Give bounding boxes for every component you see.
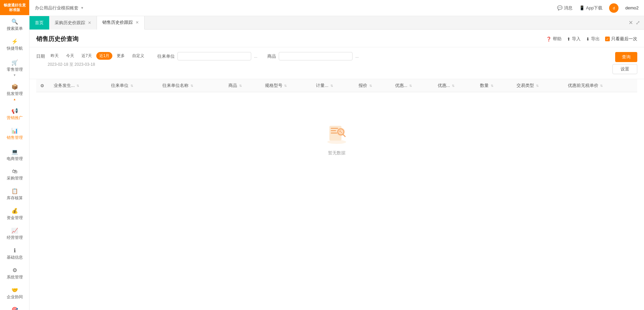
only-last-wrapper[interactable]: 只看最后一次	[605, 36, 637, 42]
sort-spec-icon: ⇅	[284, 84, 287, 88]
date-btn-1month[interactable]: 近1月	[96, 52, 113, 60]
date-btn-custom[interactable]: 自定义	[129, 52, 147, 60]
col-discount1[interactable]: 优惠... ⇅	[391, 79, 434, 92]
sidebar-item-operations[interactable]: 📈 经营管理	[0, 224, 29, 244]
sort-partner-code-icon: ⇅	[130, 84, 133, 88]
col-quantity-label: 数量	[480, 83, 489, 88]
sidebar-item-system[interactable]: ⚙ 系统管理	[0, 264, 29, 283]
sidebar-item-basic-info[interactable]: ℹ 基础信息	[0, 244, 29, 264]
tab-purchase-history[interactable]: 采购历史价跟踪 ✕	[49, 16, 97, 30]
empty-state-icon	[323, 119, 350, 146]
sidebar: 畅捷通好生意 标准版 🔍 搜索菜单 ⚡ 快捷导航 🛒 零售管理 ▼ 📦 批发管理…	[0, 0, 30, 310]
tab-sales-history[interactable]: 销售历史价跟踪 ✕	[97, 16, 145, 30]
sidebar-item-label: 基础信息	[7, 255, 23, 260]
import-label: 导入	[572, 36, 581, 42]
workspace-arrow-icon: ▼	[80, 6, 84, 10]
export-btn[interactable]: ⬇ 导出	[586, 36, 600, 42]
settings-button[interactable]: 设置	[612, 64, 637, 74]
goods-input-dots[interactable]: ...	[355, 54, 359, 59]
date-range-text: 2023-02-18 至 2023-03-18	[48, 62, 147, 67]
partner-filter-group: 往来单位 ...	[157, 52, 257, 60]
tab-bar-actions: ✕ ⤢	[629, 19, 644, 26]
export-label: 导出	[591, 36, 600, 42]
col-partner-code[interactable]: 往来单位 ⇅	[107, 79, 158, 92]
app-logo-subtext: 标准版	[9, 7, 20, 12]
sidebar-item-finance[interactable]: 💰 资金管理	[0, 204, 29, 224]
sidebar-item-search[interactable]: 🔍 搜索菜单	[0, 15, 29, 35]
sort-partner-name-icon: ⇅	[191, 84, 193, 88]
date-btn-more[interactable]: 更多	[114, 52, 128, 60]
tab-sales-close-icon[interactable]: ✕	[136, 20, 139, 25]
sidebar-item-label: 经营管理	[7, 235, 23, 241]
basic-info-icon: ℹ	[14, 247, 16, 254]
col-unit-label: 计量...	[316, 83, 328, 88]
col-pretax-price[interactable]: 优惠前无税单价 ⇅	[564, 79, 637, 92]
partner-input[interactable]	[177, 52, 251, 60]
sidebar-item-ecommerce[interactable]: 💻 电商管理	[0, 145, 29, 165]
col-business-date[interactable]: 业务发生... ⇅	[50, 79, 107, 92]
col-settings-icon[interactable]: ⚙	[40, 83, 44, 88]
tab-purchase-label: 采购历史价跟踪	[55, 20, 85, 26]
date-filter-group: 日期 昨天 今天 近7天 近1月 更多 自定义 2023-02-18 至 202…	[36, 52, 147, 67]
wholesale-arrow-icon: ▲	[13, 98, 16, 101]
user-avatar[interactable]: d	[609, 3, 619, 13]
svg-line-7	[343, 134, 345, 137]
app-logo-text: 畅捷通好生意	[4, 3, 26, 7]
tab-maximize-icon[interactable]: ⤢	[636, 19, 640, 26]
date-btn-today[interactable]: 今天	[63, 52, 77, 60]
sidebar-item-marketing[interactable]: 📢 营销推广	[0, 104, 29, 124]
sidebar-item-label: 采购管理	[7, 175, 23, 181]
search-button[interactable]: 查询	[615, 52, 637, 62]
col-quote-label: 报价	[359, 83, 367, 88]
col-quote[interactable]: 报价 ⇅	[355, 79, 391, 92]
page-title: 销售历史价查询	[36, 35, 78, 43]
sidebar-item-label: 营销推广	[7, 115, 23, 121]
date-btn-7days[interactable]: 近7天	[78, 52, 95, 60]
svg-rect-3	[331, 130, 336, 131]
sidebar-item-label: 搜索菜单	[7, 26, 23, 32]
sidebar-item-guide[interactable]: 🎯 新手引导	[0, 303, 29, 310]
sidebar-item-enterprise[interactable]: 🤝 企业协同	[0, 283, 29, 303]
quick-nav-icon: ⚡	[11, 38, 18, 45]
sidebar-item-label: 快捷导航	[7, 46, 23, 51]
main-area: 办公用品行业模拟账套 ▼ 💬 消息 📱 App下载 d demo2 首页 采购历…	[30, 0, 644, 310]
sidebar-item-sales[interactable]: 📊 销售管理	[0, 124, 29, 144]
goods-input[interactable]	[279, 52, 353, 60]
sidebar-item-quick-nav[interactable]: ⚡ 快捷导航	[0, 35, 29, 55]
sidebar-item-label: 电商管理	[7, 156, 23, 162]
tab-home[interactable]: 首页	[30, 16, 49, 30]
message-label: 消息	[564, 5, 573, 11]
goods-filter-label: 商品	[267, 53, 276, 59]
col-goods[interactable]: 商品 ⇅	[224, 79, 261, 92]
tab-close-all-icon[interactable]: ✕	[629, 19, 633, 26]
col-goods-label: 商品	[228, 83, 237, 88]
sidebar-item-inventory[interactable]: 📋 库存核算	[0, 185, 29, 204]
date-btn-yesterday[interactable]: 昨天	[48, 52, 62, 60]
sidebar-item-retail[interactable]: 🛒 零售管理 ▼	[0, 56, 29, 80]
date-buttons: 昨天 今天 近7天 近1月 更多 自定义	[48, 52, 147, 60]
sidebar-item-purchase[interactable]: 🛍 采购管理	[0, 165, 29, 185]
col-partner-code-label: 往来单位	[111, 83, 128, 88]
system-icon: ⚙	[12, 267, 17, 273]
partner-input-dots[interactable]: ...	[254, 54, 257, 59]
download-icon: 📱	[579, 5, 585, 10]
col-partner-name[interactable]: 往来单位名称 ⇅	[158, 79, 224, 92]
top-header: 办公用品行业模拟账套 ▼ 💬 消息 📱 App下载 d demo2	[30, 0, 644, 16]
only-last-checkbox[interactable]	[605, 37, 610, 41]
col-spec-label: 规格型号	[265, 83, 282, 88]
svg-point-8	[339, 131, 341, 132]
tab-purchase-close-icon[interactable]: ✕	[88, 20, 91, 25]
sidebar-item-wholesale[interactable]: 📦 批发管理 ▲	[0, 80, 29, 104]
import-btn[interactable]: ⬆ 导入	[567, 36, 581, 42]
col-quantity[interactable]: 数量 ⇅	[476, 79, 512, 92]
col-trade-type[interactable]: 交易类型 ⇅	[513, 79, 564, 92]
col-spec[interactable]: 规格型号 ⇅	[261, 79, 312, 92]
col-discount2[interactable]: 优惠... ⇅	[434, 79, 476, 92]
workspace-selector[interactable]: 办公用品行业模拟账套 ▼	[35, 5, 84, 11]
help-btn[interactable]: ❓ 帮助	[546, 36, 561, 42]
sidebar-item-label: 库存核算	[7, 195, 23, 201]
message-btn[interactable]: 💬 消息	[557, 5, 573, 11]
app-download-btn[interactable]: 📱 App下载	[579, 5, 602, 11]
export-icon: ⬇	[586, 37, 590, 42]
col-unit[interactable]: 计量... ⇅	[312, 79, 355, 92]
